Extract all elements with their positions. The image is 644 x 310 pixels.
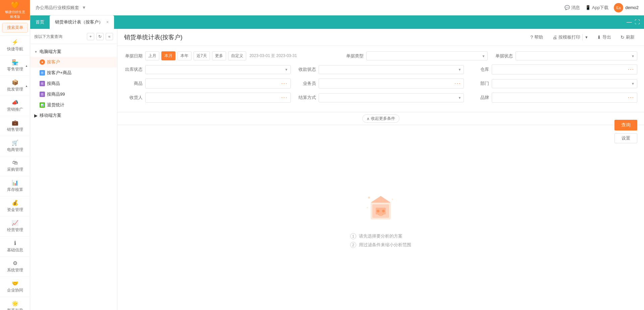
this-month-btn[interactable]: 本月 — [161, 51, 175, 60]
receipt-status-control — [319, 65, 464, 74]
settle-method-control — [319, 93, 464, 102]
doc-type-select-wrapper — [366, 51, 488, 60]
sidebar-item-wholesale[interactable]: 📦 批发管理 — [0, 76, 30, 96]
sidebar-item-sales[interactable]: 💼 销售管理 — [0, 116, 30, 136]
print-button[interactable]: 🖨 按模板打印 — [550, 33, 582, 42]
sidebar-item-operations[interactable]: 📈 经营管理 — [0, 216, 30, 237]
brand-dots-icon: ··· — [628, 95, 634, 101]
tab-home[interactable]: 首页 — [30, 15, 50, 29]
sidebar-item-label: 快捷导航 — [7, 46, 23, 52]
group-arrow-icon: ▼ — [34, 50, 38, 54]
app-download-button[interactable]: 📱 App下载 — [585, 5, 608, 11]
sidebar-item-inventory[interactable]: 📊 库存核算 — [0, 176, 30, 196]
scheme-panel-header: 按以下方案查询 + ↻ « — [30, 33, 117, 44]
out-status-select[interactable] — [145, 65, 291, 74]
scheme-panel: 按以下方案查询 + ↻ « ▼ 电脑端方案 — [30, 29, 117, 310]
filter-brand: 品牌 ··· — [471, 93, 637, 103]
mobile-group-arrow-icon: ▶ — [34, 113, 38, 118]
this-year-btn[interactable]: 本年 — [177, 51, 192, 60]
action-buttons: 查询 设置 — [614, 120, 637, 143]
collapse-conditions-button[interactable]: ∧ 收起更多条件 — [362, 114, 399, 123]
product-control: ··· — [145, 79, 291, 89]
salesperson-select-btn[interactable]: ··· — [319, 79, 464, 89]
settings-button[interactable]: 设置 — [614, 133, 637, 143]
print-icon: 🖨 — [552, 35, 557, 40]
out-status-select-wrapper — [145, 65, 291, 74]
active-tab-label: 销货单统计表（按客户） — [55, 19, 103, 25]
help-button[interactable]: ? 帮助 — [528, 33, 546, 42]
scheme-item-label: 按商品 — [47, 81, 60, 87]
tab-window-actions: — ⛶ — [623, 19, 644, 25]
out-status-label: 出库状态 — [124, 66, 143, 72]
mobile-scheme-header[interactable]: ▶ 移动端方案 — [34, 110, 113, 120]
scheme-item-by-customer[interactable]: ● 按客户 — [30, 57, 117, 67]
scheme-item-customer-product[interactable]: 图 按客户+商品 — [30, 67, 117, 78]
breadcrumb-area: 办公用品行业模拟账套 ▼ — [36, 5, 86, 11]
filter-doc-type: 单据类型 — [345, 51, 488, 60]
scheme-item-icon: 图 — [40, 70, 45, 75]
collapse-panel-button[interactable]: « — [106, 33, 113, 40]
sidebar-item-marketing[interactable]: 📣 营销推广 — [0, 96, 30, 116]
doc-status-select[interactable] — [516, 51, 637, 60]
dropdown-icon[interactable]: ▼ — [82, 5, 86, 10]
maximize-button[interactable]: ⛶ — [635, 19, 640, 25]
empty-illustration — [361, 188, 401, 228]
export-button[interactable]: ⬇ 导出 — [594, 33, 614, 42]
user-profile[interactable]: Ea demo2 — [614, 3, 639, 12]
message-icon: 💬 — [565, 5, 570, 10]
scheme-item-return-stats[interactable]: 📊 退货统计 — [30, 100, 117, 110]
sidebar-item-basic[interactable]: ℹ 基础信息 — [0, 237, 30, 257]
salesperson-dots-icon: ··· — [454, 81, 461, 87]
custom-btn[interactable]: 自定义 — [228, 51, 246, 60]
empty-tip-2: 2 用过滤条件来缩小分析范围 — [350, 242, 411, 248]
minimize-button[interactable]: — — [627, 19, 632, 25]
refresh-scheme-button[interactable]: ↻ — [96, 33, 104, 40]
scheme-item-by-product[interactable]: 图 按商品 — [30, 78, 117, 89]
refresh-button[interactable]: ↻ 刷新 — [618, 33, 637, 42]
doc-type-select[interactable] — [366, 51, 488, 60]
tip-text-2: 用过滤条件来缩小分析范围 — [359, 242, 411, 248]
last7days-btn[interactable]: 近7天 — [194, 51, 210, 60]
warehouse-select-btn[interactable]: ··· — [492, 64, 637, 74]
tab-close-icon[interactable]: × — [106, 20, 109, 24]
app-logo[interactable]: 🧡 畅捷信好生意 标准版 — [0, 0, 30, 20]
print-dropdown-arrow[interactable]: ▼ — [582, 34, 590, 41]
more-btn[interactable]: 更多 — [212, 51, 226, 60]
scheme-item-icon: 📊 — [40, 102, 45, 108]
tip-number-1: 1 — [350, 233, 356, 239]
desktop-scheme-header[interactable]: ▼ 电脑端方案 — [30, 47, 117, 57]
sidebar-item-cooperation[interactable]: 🤝 企业协同 — [0, 277, 30, 297]
filter-settle-method: 结算方式 — [298, 93, 464, 102]
recipient-label: 收货人 — [124, 95, 143, 101]
sidebar-item-ecommerce[interactable]: 🛒 电商管理 — [0, 136, 30, 156]
empty-state: 1 请先选择要分析的方案 2 用过滤条件来缩小分析范围 — [117, 125, 644, 310]
sidebar-item-finance[interactable]: 💰 资金管理 — [0, 196, 30, 216]
receipt-status-select-wrapper — [319, 65, 464, 74]
last-month-btn[interactable]: 上月 — [145, 51, 159, 60]
tab-sales-stats[interactable]: 销货单统计表（按客户） × — [50, 15, 114, 29]
warehouse-dots-icon: ··· — [628, 66, 634, 72]
receipt-status-select[interactable] — [319, 65, 464, 74]
date-range-picker: 上月 本月 本年 近7天 更多 自定义 2023-03-01 至 2023-03… — [145, 51, 297, 60]
query-button[interactable]: 查询 — [614, 120, 637, 131]
logo-text: 畅捷信好生意 — [5, 10, 25, 14]
department-select[interactable] — [492, 79, 637, 88]
collapse-up-icon: ∧ — [367, 116, 370, 121]
sidebar-item-quick-nav[interactable]: ⚡ 快捷导航 — [0, 36, 30, 56]
refresh-label: 刷新 — [626, 34, 635, 40]
search-menu-button[interactable]: 搜索菜单 — [2, 23, 28, 33]
scheme-item-product99[interactable]: 图 按商品99 — [30, 89, 117, 100]
filter-row-1: 单据日期 上月 本月 本年 近7天 更多 自定义 2023-03-01 至 20… — [124, 51, 637, 60]
sidebar-item-retail[interactable]: 🏪 零售管理 — [0, 56, 30, 76]
sidebar-item-purchase[interactable]: 🛍 采购管理 — [0, 156, 30, 176]
add-scheme-button[interactable]: + — [87, 33, 94, 40]
product-select-btn[interactable]: ··· — [145, 79, 291, 89]
message-button[interactable]: 💬 消息 — [565, 5, 580, 11]
collapse-bar[interactable]: ∧ 收起更多条件 — [117, 112, 644, 125]
sidebar-item-system[interactable]: ⚙ 系统管理 — [0, 257, 30, 277]
sidebar-item-newbie[interactable]: 🌟 新手引导 — [0, 297, 30, 310]
brand-select-btn[interactable]: ··· — [492, 93, 637, 103]
settle-method-select[interactable] — [319, 93, 464, 102]
scheme-panel-actions: + ↻ « — [87, 33, 113, 40]
recipient-select-btn[interactable]: ··· — [145, 93, 291, 103]
